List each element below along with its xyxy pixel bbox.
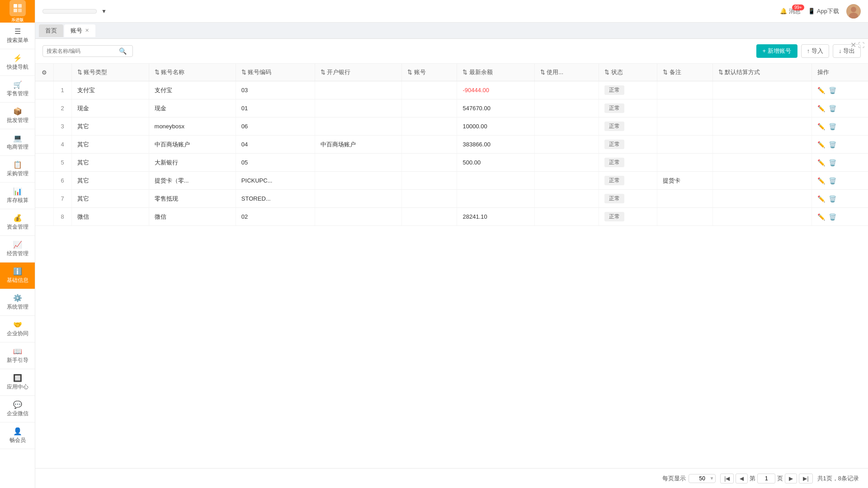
th-default-payment[interactable]: ⇅ 默认结算方式	[712, 64, 812, 81]
sidebar-item-search-menu[interactable]: ☰ 搜索菜单	[0, 23, 35, 49]
cell-type: 其它	[71, 190, 149, 208]
search-input[interactable]	[47, 48, 119, 54]
sidebar-item-ops-mgmt[interactable]: 📈 经营管理	[0, 236, 35, 263]
th-code-label: 账号编码	[248, 69, 271, 75]
th-bank[interactable]: ⇅ 开户银行	[315, 64, 401, 81]
app-download-label: App下载	[817, 7, 839, 15]
sidebar-item-app-center[interactable]: 🔲 应用中心	[0, 369, 35, 396]
th-status[interactable]: ⇅ 状态	[599, 64, 657, 81]
cell-settings	[35, 172, 53, 190]
sidebar-item-quick-nav[interactable]: ⚡ 快捷导航	[0, 49, 35, 76]
sidebar-item-ecom-mgmt[interactable]: 💻 电商管理	[0, 129, 35, 156]
th-notes[interactable]: ⇅ 备注	[657, 64, 713, 81]
next-page-button[interactable]: ▶	[785, 474, 797, 483]
search-box[interactable]: 🔍	[42, 45, 133, 57]
cell-settings	[35, 136, 53, 154]
import-button[interactable]: ↑ 导入	[801, 44, 829, 58]
th-balance-label: 最新余额	[469, 69, 493, 75]
cell-account	[401, 117, 457, 136]
sidebar-item-search-menu-label: 搜索菜单	[7, 37, 28, 44]
cell-actions: ✏️ 🗑️	[812, 136, 868, 154]
cell-name: 大新银行	[149, 154, 236, 172]
user-avatar[interactable]	[846, 4, 861, 19]
window-close-button[interactable]: ✕	[850, 41, 856, 49]
th-code[interactable]: ⇅ 账号编码	[236, 64, 315, 81]
delete-icon[interactable]: 🗑️	[829, 141, 836, 148]
topbar-dropdown[interactable]: ▼	[101, 8, 107, 14]
cell-actions: ✏️ 🗑️	[812, 154, 868, 172]
sidebar-item-basic-info[interactable]: ℹ️ 基础信息	[0, 263, 35, 289]
delete-icon[interactable]: 🗑️	[829, 159, 836, 166]
th-account[interactable]: ⇅ 账号	[401, 64, 457, 81]
messages-button[interactable]: 🔔 消息 99+	[780, 7, 801, 15]
sidebar: 乐进版 ☰ 搜索菜单 ⚡ 快捷导航 🛒 零售管理 📦 批发管理 💻 电商管理 📋…	[0, 0, 35, 488]
cell-default-payment	[712, 117, 812, 136]
edit-icon[interactable]: ✏️	[817, 87, 825, 94]
tab-account-close[interactable]: ✕	[85, 28, 89, 33]
tab-account[interactable]: 账号 ✕	[64, 24, 95, 37]
edit-icon[interactable]: ✏️	[817, 177, 825, 184]
sidebar-item-enterprise-wechat[interactable]: 💬 企业微信	[0, 396, 35, 422]
th-settings[interactable]: ⚙	[35, 64, 53, 81]
th-name[interactable]: ⇅ 账号名称	[149, 64, 236, 81]
last-page-button[interactable]: ▶|	[799, 474, 812, 483]
action-icons: ✏️ 🗑️	[817, 213, 863, 221]
cell-bank	[315, 154, 401, 172]
cell-usage	[534, 208, 599, 226]
svg-rect-3	[18, 9, 22, 12]
cell-actions: ✏️ 🗑️	[812, 117, 868, 136]
sidebar-item-inventory[interactable]: 📊 库存核算	[0, 183, 35, 209]
th-type[interactable]: ⇅ 账号类型	[71, 64, 149, 81]
cell-balance	[457, 172, 534, 190]
delete-icon[interactable]: 🗑️	[829, 195, 836, 202]
cell-settings	[35, 208, 53, 226]
th-usage[interactable]: ⇅ 使用...	[534, 64, 599, 81]
edit-icon[interactable]: ✏️	[817, 105, 825, 112]
prev-page-button[interactable]: ◀	[736, 474, 748, 483]
sidebar-item-enterprise-agreement[interactable]: 🤝 企业协同	[0, 316, 35, 343]
page-label-after: 页	[777, 474, 783, 483]
edit-icon[interactable]: ✏️	[817, 123, 825, 130]
sidebar-item-basic-info-label: 基础信息	[7, 277, 28, 284]
sidebar-item-wholesale-mgmt[interactable]: 📦 批发管理	[0, 103, 35, 129]
delete-icon[interactable]: 🗑️	[829, 87, 836, 94]
sidebar-item-system-mgmt[interactable]: ⚙️ 系统管理	[0, 289, 35, 316]
th-balance-sort-icon: ⇅	[462, 69, 467, 75]
th-balance[interactable]: ⇅ 最新余额	[457, 64, 534, 81]
sidebar-item-purchase-mgmt[interactable]: 📋 采购管理	[0, 156, 35, 183]
cell-code: 06	[236, 117, 315, 136]
cell-type: 其它	[71, 136, 149, 154]
window-maximize-button[interactable]: ⛶	[858, 42, 864, 49]
cell-type: 支付宝	[71, 81, 149, 99]
first-page-button[interactable]: |◀	[720, 474, 734, 483]
table-row: 6 其它 提货卡（零... PICKUPC... 正常 提货卡 ✏️ 🗑️	[35, 172, 868, 190]
current-page-input[interactable]	[757, 474, 775, 483]
delete-icon[interactable]: 🗑️	[829, 213, 836, 221]
add-account-button[interactable]: + 新增账号	[756, 44, 797, 58]
th-default-payment-sort-icon: ⇅	[718, 69, 723, 75]
delete-icon[interactable]: 🗑️	[829, 105, 836, 112]
tab-home[interactable]: 首页	[39, 24, 63, 37]
edit-icon[interactable]: ✏️	[817, 195, 825, 202]
table-row: 1 支付宝 支付宝 03 -90444.00 正常 ✏️ 🗑️	[35, 81, 868, 99]
th-bank-sort-icon: ⇅	[321, 69, 326, 75]
message-bell-icon: 🔔	[780, 8, 787, 14]
delete-icon[interactable]: 🗑️	[829, 177, 836, 184]
sidebar-item-capital-mgmt[interactable]: 💰 资金管理	[0, 209, 35, 236]
th-account-sort-icon: ⇅	[407, 69, 412, 75]
cell-bank: 中百商场账户	[315, 136, 401, 154]
app-download-button[interactable]: 📱 App下载	[808, 7, 839, 15]
cell-balance: 500.00	[457, 154, 534, 172]
sidebar-item-member[interactable]: 👤 畅会员	[0, 422, 35, 449]
edit-icon[interactable]: ✏️	[817, 141, 825, 148]
page-size-dropdown-icon: ▼	[709, 476, 714, 481]
cell-code: 05	[236, 154, 315, 172]
edit-icon[interactable]: ✏️	[817, 159, 825, 166]
window-controls: ✕ ⛶	[847, 39, 868, 51]
sidebar-item-retail-mgmt[interactable]: 🛒 零售管理	[0, 76, 35, 103]
delete-icon[interactable]: 🗑️	[829, 123, 836, 130]
cell-bank	[315, 190, 401, 208]
sidebar-item-new-guide[interactable]: 📖 新手引导	[0, 343, 35, 369]
edit-icon[interactable]: ✏️	[817, 213, 825, 221]
cell-bank	[315, 172, 401, 190]
